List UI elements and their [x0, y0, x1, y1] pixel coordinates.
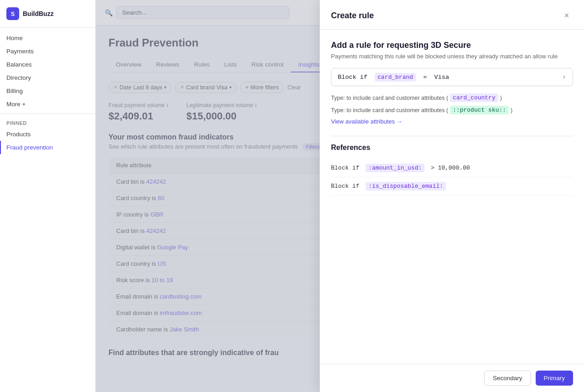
token-card-country: card_country: [450, 93, 498, 102]
sidebar-item-balances[interactable]: Balances: [0, 58, 95, 71]
rule-prefix: Block if: [338, 74, 371, 81]
ref1-token: :amount_in_usd:: [366, 164, 424, 172]
sidebar-logo[interactable]: S BuildBuzz: [0, 0, 95, 28]
rule-operator: =: [419, 74, 430, 81]
main-area: 🔍 Fraud Prevention Overview Reviews Rule…: [96, 0, 584, 392]
rule-value: Visa: [434, 74, 449, 81]
type-hint-1: Type: to include card and customer attri…: [331, 93, 573, 102]
pinned-label: Pinned: [0, 117, 95, 128]
modal-body: Add a rule for requesting 3D Secure Paym…: [320, 30, 584, 364]
token-product-sku: ::product sku::: [450, 106, 509, 114]
references-title: References: [331, 136, 573, 152]
modal-title: Create rule: [331, 11, 374, 21]
logo-avatar: S: [6, 7, 19, 20]
sidebar-item-home[interactable]: Home: [0, 31, 95, 45]
modal-section-title: Add a rule for requesting 3D Secure: [331, 41, 573, 50]
sidebar-item-more[interactable]: More +: [0, 98, 95, 111]
rule-arrow-icon: ›: [562, 73, 566, 81]
type-hint-2: Type: to include card and customer attri…: [331, 106, 573, 114]
sidebar-item-payments[interactable]: Payments: [0, 45, 95, 58]
logo-name: BuildBuzz: [23, 10, 54, 17]
rule-input-box[interactable]: Block if card_brand = Visa ›: [331, 68, 573, 86]
modal-footer: Secondary Primary: [320, 364, 584, 392]
modal-section-sub: Payments matching this rule will be bloc…: [331, 53, 573, 60]
sidebar-divider: [0, 113, 95, 114]
rule-token-card-brand: card_brand: [375, 73, 416, 82]
ref2-token: :is_disposable_email:: [366, 182, 446, 191]
reference-2: Block if :is_disposable_email:: [331, 177, 573, 196]
create-rule-modal: Create rule × Add a rule for requesting …: [320, 0, 584, 392]
sidebar-item-products[interactable]: Products: [0, 128, 95, 141]
sidebar-nav: Home Payments Balances Directory Billing…: [0, 28, 95, 158]
reference-1: Block if :amount_in_usd: > 10,000.00: [331, 159, 573, 177]
close-modal-button[interactable]: ×: [560, 9, 573, 22]
sidebar-item-fraud-prevention[interactable]: Fraud prevention: [0, 141, 95, 154]
secondary-button[interactable]: Secondary: [484, 371, 531, 386]
view-attributes-link[interactable]: View available attributes →: [331, 118, 573, 125]
modal-header: Create rule ×: [320, 0, 584, 30]
primary-button[interactable]: Primary: [536, 371, 574, 386]
sidebar-item-directory[interactable]: Directory: [0, 71, 95, 84]
sidebar: S BuildBuzz Home Payments Balances Direc…: [0, 0, 96, 392]
sidebar-item-billing[interactable]: Billing: [0, 84, 95, 98]
